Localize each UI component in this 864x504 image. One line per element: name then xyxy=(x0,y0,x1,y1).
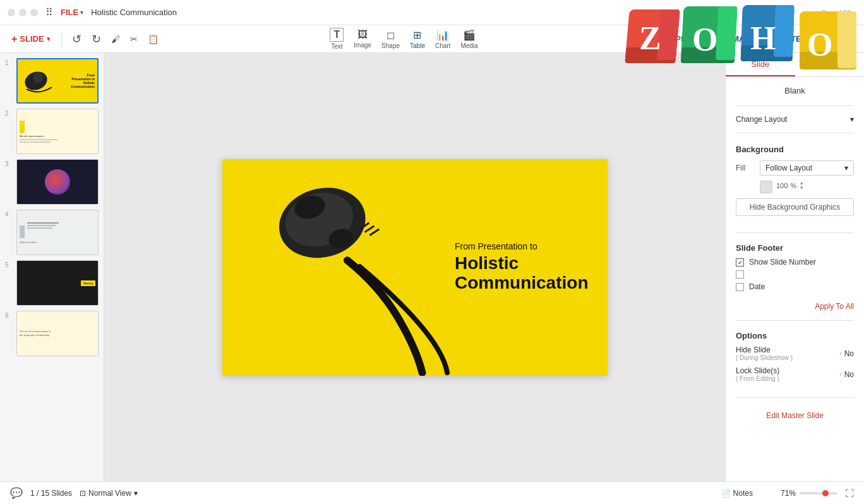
opacity-down[interactable]: ▼ xyxy=(799,186,804,191)
apply-to-all-button[interactable]: Apply To All xyxy=(815,302,854,311)
close-window-btn[interactable] xyxy=(8,9,15,16)
slide-btn-arrow: ▾ xyxy=(47,35,50,42)
animate-tab[interactable]: ANIMATE xyxy=(757,32,808,46)
show-slide-number-checkbox[interactable] xyxy=(736,258,744,267)
hide-background-button[interactable]: Hide Background Graphics xyxy=(736,198,854,216)
edit-master-button[interactable]: Edit Master Slide xyxy=(766,411,824,420)
slide-preview-5: Sharing xyxy=(16,260,99,306)
background-section: Background Fill Follow Layout ▾ 100 % ▲ … xyxy=(726,138,864,227)
zoom-thumb xyxy=(822,490,829,496)
phone-illustration xyxy=(222,159,453,376)
grid-icon[interactable]: ⠿ xyxy=(45,6,53,18)
thumb2-bar xyxy=(20,121,25,133)
hide-slide-value: No xyxy=(844,349,854,358)
thumb4-text: Slide 4 content xyxy=(20,241,95,244)
action-tabs: ⏱ ▶ PLAY ▾ FORMAT ANIMATE REVIEW xyxy=(647,32,856,47)
slide-footer-section: Slide Footer Show Slide Number Date xyxy=(726,238,864,296)
slide-thumb-1[interactable]: 1 From Presentation toHolisticCommunicat… xyxy=(5,58,99,104)
slide-thumb-6[interactable]: 6 The art of communication isthe languag… xyxy=(5,311,99,356)
media-icon: 🎬 xyxy=(463,29,476,41)
opacity-arrows: ▲ ▼ xyxy=(799,181,804,191)
hide-slide-sub: ( During Slideshow ) xyxy=(736,354,793,361)
options-title: Options xyxy=(736,331,854,340)
slide-footer-title: Slide Footer xyxy=(736,243,854,253)
insert-chart-tool[interactable]: 📊 Chart xyxy=(435,29,450,49)
view-mode-icon: ⊡ xyxy=(80,489,86,498)
insert-media-tool[interactable]: 🎬 Media xyxy=(460,29,477,49)
divider-4 xyxy=(736,320,854,321)
hide-slide-row: Hide Slide ( During Slideshow ) ‹ No xyxy=(736,345,854,361)
editor-area: From Presentation to Holistic Communicat… xyxy=(104,53,725,481)
slide-num-2: 2 xyxy=(5,110,13,117)
color-swatch[interactable] xyxy=(760,181,772,193)
copy-button[interactable]: 📋 xyxy=(145,32,161,47)
divider-5 xyxy=(736,397,854,398)
window-controls xyxy=(8,9,38,16)
insert-text-tool[interactable]: T Text xyxy=(330,28,344,50)
date-label: Date xyxy=(749,282,765,291)
date-checkbox[interactable] xyxy=(736,283,744,291)
hide-slide-label-group: Hide Slide ( During Slideshow ) xyxy=(736,345,793,361)
divider-2 xyxy=(736,133,854,133)
hide-slide-value-group[interactable]: ‹ No xyxy=(839,349,854,358)
plus-icon: + xyxy=(11,33,17,45)
table-icon: ⊞ xyxy=(413,29,421,41)
change-layout-button[interactable]: Change Layout ▾ xyxy=(726,111,864,128)
zoom-area: 71% xyxy=(781,489,837,498)
slide-preview-1: From Presentation toHolisticCommunicatio… xyxy=(16,58,99,104)
main-content: 1 From Presentation toHolisticCommunicat… xyxy=(0,53,864,481)
apply-to-all-section: Apply To All xyxy=(726,296,864,315)
redo-button[interactable]: ↻ xyxy=(89,30,104,49)
play-button[interactable]: ▶ PLAY ▾ xyxy=(661,32,707,47)
lock-slide-value-group[interactable]: ‹ No xyxy=(839,370,854,379)
undo-button[interactable]: ↺ xyxy=(69,30,84,49)
add-slide-button[interactable]: + SLIDE ▾ xyxy=(8,31,54,47)
fill-label: Fill xyxy=(736,164,755,172)
slide-preview-4: Slide 4 content xyxy=(16,210,99,255)
file-menu-label: FILE xyxy=(61,8,78,17)
divider-3 xyxy=(736,232,854,233)
svg-line-7 xyxy=(364,225,374,232)
cut-button[interactable]: ✂ xyxy=(128,32,140,47)
maximize-window-btn[interactable] xyxy=(30,9,38,16)
slide-thumb-4[interactable]: 4 Slide 4 content xyxy=(5,210,99,255)
themes-tab[interactable]: Themes xyxy=(795,53,865,76)
play-label: PLAY xyxy=(675,34,696,44)
fullscreen-button[interactable]: ⛶ xyxy=(845,488,854,498)
slide-num-6: 6 xyxy=(5,312,13,319)
lock-slide-label-group: Lock Slide(s) ( From Editing ) xyxy=(736,366,779,382)
insert-image-tool[interactable]: 🖼 Image xyxy=(354,29,371,49)
lock-slide-label: Lock Slide(s) xyxy=(736,366,779,375)
slide-current: 1 xyxy=(30,489,35,498)
comment-icon[interactable]: 💬 xyxy=(10,487,23,499)
thumb5-badge: Sharing xyxy=(81,280,95,286)
zoom-level: 71% xyxy=(781,489,796,498)
review-tab[interactable]: REVIEW xyxy=(809,32,856,46)
insert-shape-tool[interactable]: ◻ Shape xyxy=(381,29,400,49)
view-mode-select[interactable]: ⊡ Normal View ▾ xyxy=(80,489,138,498)
notes-button[interactable]: 📄 Notes xyxy=(721,489,753,498)
slide-tab[interactable]: Slide xyxy=(726,53,795,76)
slide-num-1: 1 xyxy=(5,59,13,66)
timer-button[interactable]: ⏱ xyxy=(647,32,661,47)
footer-text-row xyxy=(736,270,854,279)
blank-label: Blank xyxy=(736,83,854,98)
format-tab[interactable]: FORMAT xyxy=(707,32,757,46)
format-paint-button[interactable]: 🖌 xyxy=(109,32,123,47)
insert-table-tool[interactable]: ⊞ Table xyxy=(410,29,425,49)
minimize-window-btn[interactable] xyxy=(19,9,27,16)
chart-icon: 📊 xyxy=(436,29,449,41)
hide-slide-label: Hide Slide xyxy=(736,345,793,354)
slide-canvas[interactable]: From Presentation to Holistic Communicat… xyxy=(222,159,608,376)
thumb6-text: The art of communication isthe language … xyxy=(20,330,95,337)
slide-thumb-5[interactable]: 5 Sharing xyxy=(5,260,99,306)
fill-select[interactable]: Follow Layout ▾ xyxy=(760,160,854,176)
slide-title-line1: Holistic xyxy=(455,253,519,273)
play-icon: ▶ xyxy=(666,34,673,44)
file-menu[interactable]: FILE ▾ xyxy=(61,8,83,17)
slide-thumb-2[interactable]: 2 Mental representation xyxy=(5,109,99,154)
footer-text-checkbox[interactable] xyxy=(736,270,744,279)
slide-thumb-3[interactable]: 3 xyxy=(5,159,99,205)
view-mode-label: Normal View xyxy=(88,489,131,498)
zoom-slider[interactable] xyxy=(800,492,837,495)
